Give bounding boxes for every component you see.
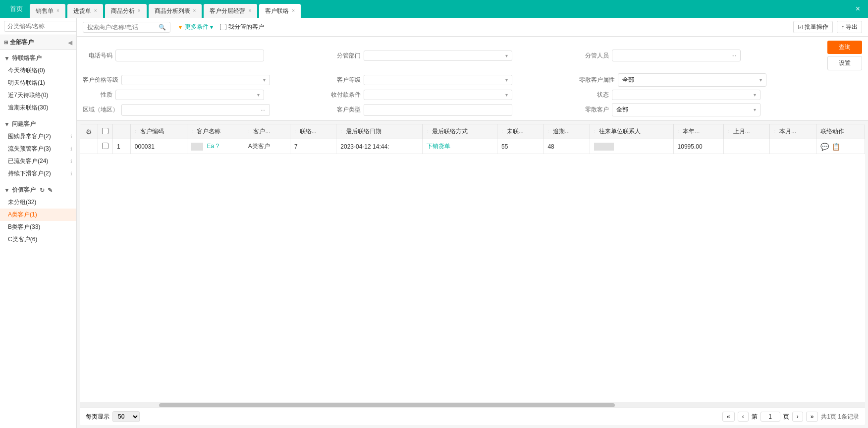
filter-retail-attr-select[interactable]: 全部 ▾ <box>618 73 766 87</box>
nav-tab-analysis-close[interactable]: × <box>138 4 141 18</box>
table-settings-icon[interactable]: ⚙ <box>86 128 92 136</box>
nav-tab-customer-tier[interactable]: 客户分层经营 × <box>204 4 257 18</box>
scrollbar-thumb[interactable] <box>159 403 615 407</box>
filter-region: 区域（地区） ··· <box>83 104 327 116</box>
batch-op-btn[interactable]: ☑ 批量操作 <box>793 21 833 33</box>
my-customer-checkbox[interactable] <box>220 24 226 30</box>
nav-tab-analysis-list-close[interactable]: × <box>193 4 196 18</box>
sidebar-item-hoarding[interactable]: 囤购异常客户(2) ℹ <box>0 130 76 143</box>
nav-tab-sales-close[interactable]: × <box>56 4 59 18</box>
filter-customer-level-select[interactable]: ▾ <box>364 75 512 85</box>
action-icons: 💬 📋 <box>820 143 861 151</box>
sidebar-item-unclassified[interactable]: 未分组(32) <box>0 196 76 209</box>
filter-nature-select[interactable]: ▾ <box>115 90 264 100</box>
sidebar-item-declining-label: 持续下滑客户(2) <box>8 169 70 178</box>
filter-retail-attr: 零散客户属性 全部 ▾ <box>579 73 823 87</box>
td-check <box>98 139 113 154</box>
row-checkbox[interactable] <box>102 143 108 149</box>
customer-name-text[interactable]: Ea ? <box>207 143 219 150</box>
section-value-arrow: ▼ <box>4 187 10 194</box>
ellipsis-btn-2[interactable]: ··· <box>261 107 266 113</box>
filter-customer-type-input[interactable] <box>364 104 512 116</box>
sidebar-item-class-a[interactable]: A类客户(1) <box>0 209 76 221</box>
sidebar-item-declining[interactable]: 持续下滑客户(2) ℹ <box>0 167 76 180</box>
nav-tab-purchase[interactable]: 进货单 × <box>67 4 103 18</box>
filter-nature: 性质 ▾ <box>83 90 327 100</box>
setting-btn[interactable]: 设置 <box>827 56 862 70</box>
filter-price-level: 客户价格等级 ▾ <box>83 75 327 85</box>
filter-payment-arrow: ▾ <box>505 92 508 98</box>
close-all-tabs[interactable]: × <box>852 4 864 13</box>
td-this-year: 10995.00 <box>673 139 723 154</box>
last-way-link[interactable]: 下销货单 <box>427 143 450 150</box>
td-last-month <box>724 139 770 154</box>
sidebar-item-churned[interactable]: 已流失客户(24) ℹ <box>0 155 76 167</box>
filter-dept-select[interactable]: ▾ <box>364 51 512 61</box>
per-page-select[interactable]: 50 100 <box>112 411 140 422</box>
select-all-checkbox[interactable] <box>102 128 108 134</box>
last-page-btn[interactable]: » <box>806 412 818 422</box>
nav-tab-analysis[interactable]: 商品分析 × <box>105 4 147 18</box>
sidebar-item-tomorrow[interactable]: 明天待联络(1) <box>0 77 76 89</box>
schedule-icon[interactable]: 📋 <box>832 143 840 151</box>
export-btn[interactable]: ↑ 导出 <box>837 21 862 33</box>
filter-region-select[interactable]: ··· <box>121 104 270 116</box>
search-input[interactable] <box>87 24 157 31</box>
nav-tab-sales[interactable]: 销售单 × <box>30 4 65 18</box>
first-page-btn[interactable]: « <box>722 412 735 422</box>
filter-price-level-select[interactable]: ▾ <box>121 75 270 85</box>
edit-icon[interactable]: ✎ <box>48 187 53 194</box>
td-no: 1 <box>113 139 131 154</box>
batch-op-icon: ☑ <box>798 24 803 31</box>
ellipsis-btn-1[interactable]: ··· <box>731 52 736 59</box>
filter-phone-input[interactable] <box>115 50 264 61</box>
sidebar-search-input[interactable] <box>4 21 77 32</box>
td-settings <box>80 139 98 154</box>
section-value-title[interactable]: ▼ 价值客户 ↻ ✎ <box>0 184 76 196</box>
customer-name-badge <box>191 143 203 151</box>
nav-home[interactable]: 首页 <box>4 0 29 18</box>
nav-tab-customer-tier-label: 客户分层经营 <box>210 4 245 18</box>
filter-retail-customer: 零散客户 全部 ▾ <box>579 103 823 116</box>
sidebar-item-7days-label: 近7天待联络(0) <box>8 91 72 100</box>
nav-tab-customer-tier-close[interactable]: × <box>248 4 251 18</box>
sidebar-item-today-label: 今天待联络(0) <box>8 66 72 75</box>
filter-payment: 收付款条件 ▾ <box>331 90 575 100</box>
refresh-icon[interactable]: ↻ <box>40 187 45 194</box>
prev-page-btn[interactable]: ‹ <box>738 412 749 422</box>
th-last-way: : 最后联络方式 <box>423 124 497 139</box>
sidebar-item-7days[interactable]: 近7天待联络(0) <box>0 89 76 102</box>
all-customers-title[interactable]: ⊞ 全部客户 <box>4 38 34 47</box>
filter-more-btn[interactable]: ▼ 更多条件 ▾ <box>174 21 216 33</box>
nav-tab-customer-contact-close[interactable]: × <box>292 4 295 18</box>
section-problem-title[interactable]: ▼ 问题客户 <box>0 118 76 130</box>
message-icon[interactable]: 💬 <box>820 143 829 151</box>
section-problem-label: 问题客户 <box>12 120 36 128</box>
sidebar-item-overdue[interactable]: 逾期未联络(30) <box>0 102 76 114</box>
query-btn[interactable]: 查询 <box>827 41 862 54</box>
nav-tab-customer-contact[interactable]: 客户联络 × <box>259 4 301 18</box>
sidebar-item-churn-warning[interactable]: 流失预警客户(3) ℹ <box>0 143 76 155</box>
filter-price-arrow: ▾ <box>263 77 266 83</box>
filter-manager-select[interactable]: ··· <box>612 50 741 61</box>
section-pending-title[interactable]: ▼ 待联络客户 <box>0 52 76 64</box>
filter-retail-customer-select[interactable]: 全部 ▾ <box>612 103 760 116</box>
filter-payment-label: 收付款条件 <box>331 91 361 99</box>
section-problem: ▼ 问题客户 囤购异常客户(2) ℹ 流失预警客户(3) ℹ 已流失客户(24)… <box>0 116 76 182</box>
sidebar-collapse-btn[interactable]: ◀ <box>68 39 72 46</box>
filter-payment-select[interactable]: ▾ <box>364 90 512 100</box>
sidebar-item-class-b[interactable]: B类客户(33) <box>0 221 76 233</box>
sidebar-item-class-c[interactable]: C类客户(6) <box>0 233 76 246</box>
sidebar-item-overdue-label: 逾期未联络(30) <box>8 104 72 112</box>
filter-manager-label: 分管人员 <box>579 52 609 60</box>
filter-customer-level: 客户等级 ▾ <box>331 75 575 85</box>
nav-tab-purchase-label: 进货单 <box>73 4 91 18</box>
search-icon[interactable]: 🔍 <box>159 24 166 31</box>
filter-status-select[interactable]: ▾ <box>612 90 760 100</box>
nav-tab-purchase-close[interactable]: × <box>94 4 97 18</box>
sidebar-item-today[interactable]: 今天待联络(0) <box>0 64 76 77</box>
next-page-btn[interactable]: › <box>792 412 803 422</box>
nav-tab-analysis-list[interactable]: 商品分析列表 × <box>149 4 202 18</box>
page-number-input[interactable] <box>760 412 780 422</box>
batch-op-label: 批量操作 <box>805 23 828 31</box>
